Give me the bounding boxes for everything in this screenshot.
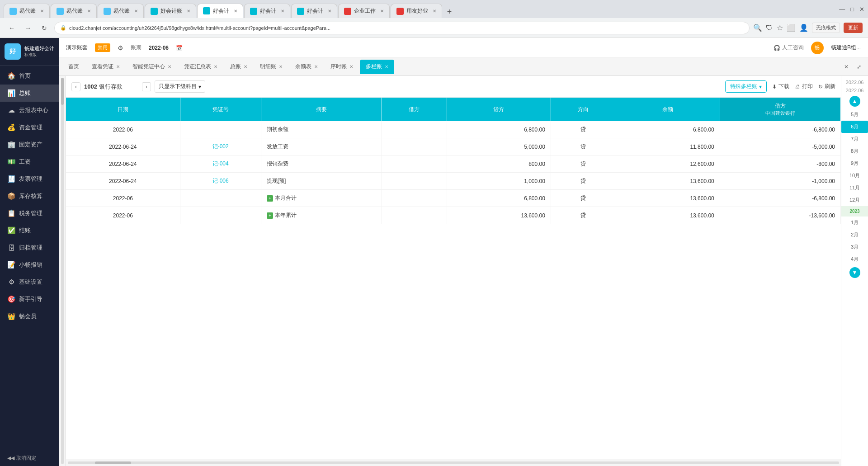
tab-general-ledger[interactable]: 总账 ✕: [224, 60, 253, 74]
new-tab-button[interactable]: +: [443, 5, 456, 18]
sidebar-item-cloud-reports[interactable]: ☁ 云报表中心: [0, 102, 59, 119]
voucher-link[interactable]: 记-004: [212, 160, 229, 167]
time-month-2023-2[interactable]: 2月: [841, 229, 868, 241]
sidebar-item-ledger[interactable]: 📊 总账: [0, 85, 59, 102]
tab-voucher-view[interactable]: 查看凭证 ✕: [86, 60, 126, 74]
print-button[interactable]: 🖨 打印: [795, 83, 813, 90]
browser-tab-3[interactable]: 易代账 ✕: [98, 4, 144, 18]
sidebar-item-expense[interactable]: 📝 小畅报销: [0, 256, 59, 273]
star-icon[interactable]: ☆: [777, 24, 783, 32]
time-month-12[interactable]: 12月: [841, 194, 868, 206]
profile-icon[interactable]: 👤: [799, 24, 808, 32]
forward-button[interactable]: →: [22, 22, 34, 34]
sidebar-item-assets[interactable]: 🏢 固定资产: [0, 136, 59, 153]
maximize-button[interactable]: □: [850, 6, 854, 13]
voucher-link[interactable]: 记-006: [212, 178, 229, 184]
browser-tab-5[interactable]: 好会计 ✕: [197, 4, 243, 18]
next-account-button[interactable]: ›: [142, 82, 151, 91]
time-month-9[interactable]: 9月: [841, 157, 868, 169]
time-month-7[interactable]: 7月: [841, 133, 868, 145]
browser-tab-1[interactable]: 易代账 ✕: [4, 4, 50, 18]
cell-voucher[interactable]: 记-006: [180, 173, 261, 190]
tab-general-ledger-close[interactable]: ✕: [244, 64, 247, 69]
tab-close-5[interactable]: ✕: [234, 9, 237, 14]
time-month-6[interactable]: 6月: [841, 121, 868, 133]
cell-voucher[interactable]: 记-002: [180, 138, 261, 155]
consult-button[interactable]: 🎧 人工咨询: [774, 44, 804, 52]
time-month-11[interactable]: 11月: [841, 182, 868, 194]
sidebar-item-home[interactable]: 🏠 首页: [0, 67, 59, 85]
time-month-2023-3[interactable]: 3月: [841, 241, 868, 253]
tab-voucher-summary[interactable]: 凭证汇总表 ✕: [178, 60, 223, 74]
sidebar-item-funds[interactable]: 💰 资金管理: [0, 119, 59, 136]
sidebar-item-vip[interactable]: 👑 畅会员: [0, 308, 59, 325]
tab-balance-close[interactable]: ✕: [314, 64, 318, 69]
tab-close-4[interactable]: ✕: [187, 9, 190, 14]
browser-tab-9[interactable]: 用友好业 ✕: [391, 4, 442, 18]
unpin-button[interactable]: ◀◀ 取消固定: [7, 455, 52, 461]
shield-icon[interactable]: 🛡: [766, 24, 773, 32]
tab-sequence[interactable]: 序时账 ✕: [325, 60, 359, 74]
tab-close-3[interactable]: ✕: [134, 9, 138, 14]
tab-close-7[interactable]: ✕: [328, 9, 331, 14]
time-month-2023-1[interactable]: 1月: [841, 217, 868, 229]
browser-tab-7[interactable]: 好会计 ✕: [291, 4, 337, 18]
expand-panel-button[interactable]: ⤢: [854, 61, 864, 72]
time-month-2023-4[interactable]: 4月: [841, 253, 868, 265]
time-month-8[interactable]: 8月: [841, 145, 868, 157]
cell-voucher[interactable]: 记-004: [180, 155, 261, 173]
time-month-10[interactable]: 10月: [841, 169, 868, 182]
calendar-icon[interactable]: 📅: [176, 45, 183, 51]
subcategory-filter-button[interactable]: 只显示下级科目 ▾: [155, 80, 205, 93]
tab-close-2[interactable]: ✕: [87, 9, 91, 14]
download-button[interactable]: ⬇ 下载: [772, 83, 789, 90]
time-down-button[interactable]: ▼: [849, 267, 860, 278]
close-button[interactable]: ✕: [859, 6, 864, 13]
minimize-button[interactable]: —: [839, 6, 845, 13]
tab-smart-voucher[interactable]: 智能凭证中心 ✕: [127, 60, 177, 74]
browser-tab-2[interactable]: 易代账 ✕: [51, 4, 97, 18]
collapse-panel-button[interactable]: ✕: [841, 61, 852, 72]
tab-multi-column-close[interactable]: ✕: [385, 64, 388, 69]
reload-button[interactable]: ↻: [38, 22, 51, 34]
browser-tab-8[interactable]: 企业工作 ✕: [338, 4, 390, 18]
sidebar-item-salary[interactable]: 💵 工资: [0, 153, 59, 170]
tab-close-6[interactable]: ✕: [281, 9, 284, 14]
tab-balance[interactable]: 余额表 ✕: [289, 60, 324, 74]
bottom-scrollbar[interactable]: [66, 459, 841, 466]
sidebar-item-guide[interactable]: 🎯 新手引导: [0, 291, 59, 308]
sidebar-item-archive[interactable]: 🗄 归档管理: [0, 239, 59, 256]
tab-close-1[interactable]: ✕: [40, 9, 44, 14]
split-screen-icon[interactable]: ⬜: [787, 24, 796, 32]
tab-detail-ledger-close[interactable]: ✕: [279, 64, 283, 69]
time-month-5[interactable]: 5月: [841, 108, 868, 121]
tab-multi-column[interactable]: 多栏账 ✕: [360, 60, 394, 74]
address-bar[interactable]: 🔒 cloud2.chanjet.com/accounting/uh26t264…: [54, 22, 750, 34]
left-scrollbar[interactable]: [59, 76, 66, 466]
browser-tab-4[interactable]: 好会计账 ✕: [145, 4, 196, 18]
tab-home[interactable]: 首页: [62, 60, 85, 74]
tab-smart-voucher-close[interactable]: ✕: [168, 64, 171, 69]
sidebar-item-settings[interactable]: ⚙ 基础设置: [0, 273, 59, 291]
tab-sequence-close[interactable]: ✕: [349, 64, 353, 69]
tab-voucher-summary-close[interactable]: ✕: [214, 64, 217, 69]
tab-voucher-view-close[interactable]: ✕: [116, 64, 120, 69]
sidebar-item-close[interactable]: ✅ 结账: [0, 222, 59, 239]
prev-account-button[interactable]: ‹: [71, 82, 80, 91]
header-settings-icon[interactable]: ⚙: [118, 44, 123, 52]
refresh-button[interactable]: ↻ 刷新: [818, 83, 835, 90]
sidebar-item-inventory[interactable]: 📦 库存核算: [0, 188, 59, 205]
time-up-button[interactable]: ▲: [849, 96, 860, 107]
multi-col-button[interactable]: 特殊多栏账 ▾: [725, 80, 767, 93]
incognito-mode-button[interactable]: 无痕模式: [812, 23, 840, 33]
tab-close-8[interactable]: ✕: [380, 9, 384, 14]
back-button[interactable]: ←: [5, 22, 18, 34]
browser-tab-6[interactable]: 好会计 ✕: [244, 4, 290, 18]
voucher-link[interactable]: 记-002: [212, 143, 229, 150]
update-button[interactable]: 更新: [844, 23, 863, 33]
search-icon[interactable]: 🔍: [753, 24, 762, 32]
tab-close-9[interactable]: ✕: [433, 9, 436, 14]
sidebar-item-tax[interactable]: 📋 税务管理: [0, 205, 59, 222]
tab-detail-ledger[interactable]: 明细账 ✕: [254, 60, 288, 74]
sidebar-item-invoice[interactable]: 🧾 发票管理: [0, 170, 59, 188]
